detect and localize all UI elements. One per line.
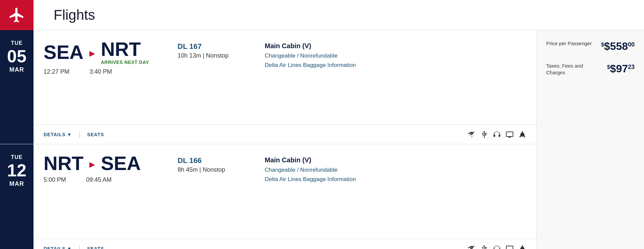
flight-details-section-1: DL 167 10h 13m | Nonstop: [178, 39, 251, 59]
date-box-2: TUE 12 MAR: [0, 144, 34, 249]
dest-time-col-2: 09:45 AM: [86, 175, 112, 183]
footer-divider-1: |: [79, 131, 80, 138]
svg-point-1: [522, 245, 523, 247]
flight-footer-2: DETAILS ▼ | SEATS: [34, 239, 536, 249]
footer-divider-2: |: [79, 245, 80, 249]
cabin-section-1: Main Cabin (V) Changeable / Nonrefundabl…: [265, 39, 399, 69]
plane-icon: [8, 6, 25, 24]
day-of-week-1: TUE: [11, 40, 23, 46]
usb-icon-2: [480, 245, 488, 249]
month-1: MAR: [9, 66, 24, 73]
route-arrow-2: ►: [87, 159, 97, 170]
details-button-2[interactable]: DETAILS ▼: [44, 246, 72, 249]
day-number-2: 12: [7, 162, 26, 179]
usb-icon-1: [480, 131, 488, 139]
day-of-week-2: TUE: [11, 154, 23, 160]
month-2: MAR: [9, 180, 24, 187]
flight-details-section-2: DL 166 8h 45m | Nonstop: [178, 154, 251, 173]
wifi-icon-2: [467, 245, 475, 249]
route-airports-2: NRT ► SEA: [44, 154, 171, 173]
origin-time-col-1: 12:27 PM: [44, 67, 69, 75]
arrives-next-day-1: ARRIVES NEXT DAY: [101, 60, 149, 65]
flight-info-1: SEA ► NRT ARRIVES NEXT DAY 12:27 PM: [34, 30, 537, 144]
details-button-1[interactable]: DETAILS ▼: [44, 132, 72, 137]
main-content: TUE 05 MAR SEA ► NRT ARRIVES NEXT DAY: [0, 30, 644, 249]
origin-time-col-2: 5:00 PM: [44, 175, 66, 183]
fare-link1-1[interactable]: Changeable / Nonrefundable: [265, 53, 399, 59]
taxes-fees: Taxes, Fees and Charges $$9723: [546, 63, 635, 76]
route-section-1: SEA ► NRT ARRIVES NEXT DAY 12:27 PM: [44, 39, 171, 75]
flight-duration-2: 8h 45m | Nonstop: [178, 166, 251, 173]
amenities-icons-2: [467, 245, 526, 249]
flight-info-2: NRT ► SEA 5:00 PM 09:45 AM: [34, 144, 537, 249]
flight-duration-1: 10h 13m | Nonstop: [178, 52, 251, 59]
wifi-icon-1: [467, 131, 475, 139]
amenities-icons-1: [467, 131, 526, 139]
route-airports-1: SEA ► NRT ARRIVES NEXT DAY: [44, 39, 171, 65]
header-icon-box: [0, 0, 34, 30]
page-header: Flights: [0, 0, 644, 30]
fare-link2-1[interactable]: Delta Air Lines Baggage Information: [265, 62, 399, 69]
seats-button-1[interactable]: SEATS: [87, 132, 104, 137]
cabin-section-2: Main Cabin (V) Changeable / Nonrefundabl…: [265, 154, 399, 183]
origin-code-2: NRT: [44, 154, 83, 173]
seat-icon-1: [518, 131, 526, 139]
taxes-label: Taxes, Fees and Charges: [546, 63, 593, 76]
dest-time-col-1: 3:40 PM: [89, 67, 112, 75]
flights-container: TUE 05 MAR SEA ► NRT ARRIVES NEXT DAY: [0, 30, 537, 249]
price-column: Price per Passenger $$55800 Taxes, Fees …: [537, 30, 644, 249]
route-section-2: NRT ► SEA 5:00 PM 09:45 AM: [44, 154, 171, 183]
seat-icon-2: [518, 245, 526, 249]
times-row-1: 12:27 PM 3:40 PM: [44, 67, 171, 75]
dest-time-2: 09:45 AM: [86, 176, 112, 183]
flight-main-1: SEA ► NRT ARRIVES NEXT DAY 12:27 PM: [34, 30, 536, 124]
headphone-icon-1: [493, 131, 501, 139]
times-row-2: 5:00 PM 09:45 AM: [44, 175, 171, 183]
svg-point-0: [522, 131, 523, 133]
flight-number-2: DL 166: [178, 156, 251, 165]
cabin-type-2: Main Cabin (V): [265, 156, 399, 164]
flight-row-2: TUE 12 MAR NRT ► SEA 5:00: [0, 144, 537, 249]
dest-time-1: 3:40 PM: [89, 68, 112, 75]
flight-number-1: DL 167: [178, 42, 251, 51]
fare-link1-2[interactable]: Changeable / Nonrefundable: [265, 167, 399, 173]
origin-time-2: 5:00 PM: [44, 176, 66, 183]
price-per-passenger: Price per Passenger $$55800: [546, 40, 635, 53]
day-number-1: 05: [7, 48, 26, 65]
screen-icon-1: [506, 131, 514, 139]
fare-link2-2[interactable]: Delta Air Lines Baggage Information: [265, 176, 399, 183]
cabin-type-1: Main Cabin (V): [265, 42, 399, 50]
seats-button-2[interactable]: SEATS: [87, 246, 104, 249]
dest-code-1: NRT: [101, 39, 149, 59]
flight-footer-1: DETAILS ▼ | SEATS: [34, 124, 536, 144]
taxes-value: $$9723: [607, 63, 635, 75]
screen-icon-2: [506, 245, 514, 249]
page-title: Flights: [54, 7, 95, 23]
origin-code-1: SEA: [44, 43, 83, 62]
origin-time-1: 12:27 PM: [44, 68, 69, 75]
flight-row: TUE 05 MAR SEA ► NRT ARRIVES NEXT DAY: [0, 30, 537, 144]
price-per-passenger-label: Price per Passenger: [546, 40, 592, 47]
flight-main-2: NRT ► SEA 5:00 PM 09:45 AM: [34, 144, 536, 239]
headphone-icon-2: [493, 245, 501, 249]
price-per-passenger-value: $$55800: [601, 40, 635, 53]
route-arrow-1: ►: [87, 48, 97, 59]
date-box-1: TUE 05 MAR: [0, 30, 34, 144]
dest-code-2: SEA: [101, 154, 141, 173]
